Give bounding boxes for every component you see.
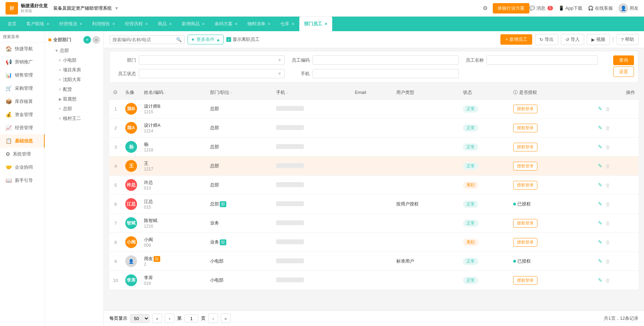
edit-icon[interactable]: ✎ xyxy=(598,277,602,283)
sidebar-search-input[interactable] xyxy=(3,34,45,39)
message-btn[interactable]: 💬 消息 5 xyxy=(529,5,553,11)
delete-icon[interactable]: 🗑 xyxy=(605,239,610,245)
nav-tab-warehouse[interactable]: 仓库 ✕ xyxy=(275,17,299,31)
delete-icon[interactable]: 🗑 xyxy=(605,163,610,169)
nav-tab-material[interactable]: 物料清单 ✕ xyxy=(243,17,275,31)
sidebar-item-operation[interactable]: 📈 经营管理 xyxy=(0,121,45,134)
sidebar-item-marketing[interactable]: 📢 营销推广 xyxy=(0,55,45,69)
first-page-button[interactable]: « xyxy=(152,314,162,323)
search-input[interactable] xyxy=(112,37,175,42)
emp-name-input[interactable] xyxy=(487,55,598,65)
settings-button[interactable]: 设置 xyxy=(613,67,634,77)
col-name[interactable]: 姓名/编码 xyxy=(140,86,207,99)
sidebar-item-inventory[interactable]: 📦 库存核算 xyxy=(0,95,45,108)
dept-node-peihuo[interactable]: 配货 xyxy=(45,85,103,94)
sidebar-item-system[interactable]: ⚙ 系统管理 xyxy=(0,148,45,161)
delete-icon[interactable]: 🗑 xyxy=(605,220,610,226)
edit-icon[interactable]: ✎ xyxy=(598,201,602,207)
nav-tab-customer[interactable]: 客户联络 ✕ xyxy=(21,17,54,31)
next-page-button[interactable]: › xyxy=(208,314,218,323)
trial-button[interactable]: 体验行业方案 xyxy=(493,3,529,14)
online-service-btn[interactable]: 🎧 在线客服 xyxy=(588,5,613,11)
auth-login-button[interactable]: 授权登录 xyxy=(513,143,537,151)
sidebar-item-basic[interactable]: 📋 基础信息 xyxy=(0,134,45,148)
close-icon[interactable]: ✕ xyxy=(291,22,294,26)
auth-login-button[interactable]: 授权登录 xyxy=(513,219,537,228)
close-icon[interactable]: ✕ xyxy=(202,22,205,26)
delete-icon[interactable]: 🗑 xyxy=(605,144,610,150)
nav-tab-operation[interactable]: 经营情况 ✕ xyxy=(54,17,87,31)
auth-login-button[interactable]: 授权登录 xyxy=(513,181,537,190)
delete-icon[interactable]: 🗑 xyxy=(605,182,610,188)
page-input[interactable] xyxy=(184,315,198,323)
last-page-button[interactable]: » xyxy=(221,314,230,323)
edit-icon[interactable]: ✎ xyxy=(598,163,602,169)
delete-icon[interactable]: 🗑 xyxy=(605,106,610,112)
export-button[interactable]: ↻ 导出 xyxy=(535,34,558,45)
nav-tab-history[interactable]: 经营历程 ✕ xyxy=(120,17,153,31)
nav-tab-new-product[interactable]: 新增商品 ✕ xyxy=(177,17,210,31)
auth-login-button[interactable]: 授权登录 xyxy=(513,276,537,285)
help-button[interactable]: ? 帮助 xyxy=(617,34,638,45)
resigned-checkbox[interactable] xyxy=(226,37,231,42)
edit-icon[interactable]: ✎ xyxy=(598,220,602,226)
nav-tab-employee[interactable]: 部门员工 ✕ xyxy=(299,17,332,31)
show-resigned-toggle[interactable]: 显示离职员工 xyxy=(226,36,260,43)
import-button[interactable]: ↺ 导入 xyxy=(561,34,584,45)
gear-button[interactable]: ⚙ xyxy=(480,3,490,13)
col-phone[interactable]: 手机 xyxy=(273,86,351,99)
dropdown-arrow-icon[interactable]: ▼ xyxy=(115,6,119,11)
dept-node-xiaodian[interactable]: 小电部 xyxy=(45,55,103,65)
delete-icon[interactable]: 🗑 xyxy=(605,277,610,283)
gear-icon[interactable]: ⚙ xyxy=(113,89,118,95)
view-button[interactable]: ▶ 视频 xyxy=(587,34,610,45)
auth-login-button[interactable]: 授权登录 xyxy=(513,162,537,170)
add-employee-button[interactable]: + 新增员工 xyxy=(500,34,532,45)
dept-node-zhicun[interactable]: 植村王二 xyxy=(45,114,103,123)
close-icon[interactable]: ✕ xyxy=(324,22,327,26)
dept-node-shuanglu[interactable]: ▶ 双鹿想 xyxy=(45,94,103,104)
prev-page-button[interactable]: ‹ xyxy=(165,314,174,323)
auth-login-button[interactable]: 授权登录 xyxy=(513,124,537,132)
close-icon[interactable]: ✕ xyxy=(46,22,49,26)
nav-tab-product[interactable]: 商品 ✕ xyxy=(153,17,177,31)
sidebar-item-sales[interactable]: 📊 销售管理 xyxy=(0,69,45,82)
dept-node-zongbu[interactable]: ▼ 总部 xyxy=(45,46,103,55)
sidebar-item-quicknav[interactable]: 🏠 快捷导航 xyxy=(0,42,45,55)
edit-icon[interactable]: ✎ xyxy=(598,258,602,264)
edit-icon[interactable]: ✎ xyxy=(598,144,602,150)
close-icon[interactable]: ✕ xyxy=(79,22,82,26)
dept-select[interactable]: ▼ xyxy=(139,55,285,65)
dept-node-shenyang[interactable]: 沈阳大库 xyxy=(45,75,103,85)
sidebar-item-purchase[interactable]: 🛒 采购管理 xyxy=(0,82,45,95)
status-select[interactable]: ▼ xyxy=(139,69,285,78)
dept-node-zongbu2[interactable]: 总部 xyxy=(45,104,103,114)
sidebar-item-finance[interactable]: 💰 资金管理 xyxy=(0,108,45,121)
close-icon[interactable]: ✕ xyxy=(169,22,172,26)
page-size-select[interactable]: 50 100 xyxy=(130,314,149,323)
delete-icon[interactable]: 🗑 xyxy=(605,258,610,264)
nav-tab-profit[interactable]: 利润报告 ✕ xyxy=(87,17,120,31)
app-download-btn[interactable]: 📱 App下载 xyxy=(559,5,582,11)
add-dept-button[interactable]: + xyxy=(83,36,91,44)
dept-node-xiangmu[interactable]: 项目库房 xyxy=(45,65,103,75)
user-menu[interactable]: 👤 用友 xyxy=(618,3,638,13)
sidebar-item-guide[interactable]: 📖 新手引导 xyxy=(0,174,45,187)
delete-icon[interactable]: 🗑 xyxy=(605,125,610,131)
more-filters-button[interactable]: ▼ 更多条件 ▲ xyxy=(188,35,224,44)
phone-input[interactable] xyxy=(312,69,459,78)
nav-tab-home[interactable]: 首页 xyxy=(3,17,21,31)
auth-login-button[interactable]: 授权登录 xyxy=(513,238,537,247)
collapse-tree-button[interactable]: « xyxy=(92,36,100,44)
edit-icon[interactable]: ✎ xyxy=(598,106,602,112)
close-icon[interactable]: ✕ xyxy=(145,22,148,26)
close-icon[interactable]: ✕ xyxy=(112,22,115,26)
close-icon[interactable]: ✕ xyxy=(267,22,271,26)
query-button[interactable]: 查询 xyxy=(613,55,634,65)
auth-login-button[interactable]: 授权登录 xyxy=(513,105,537,113)
edit-icon[interactable]: ✎ xyxy=(598,125,602,131)
sidebar-item-collab[interactable]: 🤝 企业协同 xyxy=(0,161,45,174)
delete-icon[interactable]: 🗑 xyxy=(605,201,610,207)
edit-icon[interactable]: ✎ xyxy=(598,239,602,245)
edit-icon[interactable]: ✎ xyxy=(598,182,602,188)
